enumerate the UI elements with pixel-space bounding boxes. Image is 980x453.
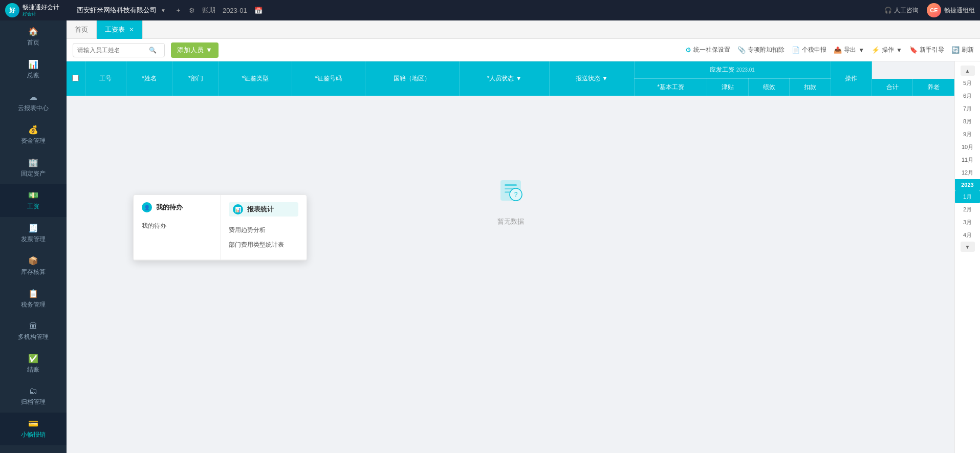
popup-col-reports: 📊 报表统计 费用趋势分析 部门费用类型统计表 xyxy=(221,195,307,260)
headset-icon: 🎧 xyxy=(884,7,892,14)
time-feb[interactable]: 2月 xyxy=(955,203,980,216)
time-oct[interactable]: 10月 xyxy=(955,141,980,154)
user-name: 畅捷通组组 xyxy=(944,6,975,15)
select-all-checkbox[interactable] xyxy=(72,75,79,81)
th-should-pay: 应发工资 2023.01 xyxy=(634,61,831,79)
sidebar-label-archive: 归档管理 xyxy=(21,398,46,406)
popup-report-link-2[interactable]: 部门费用类型统计表 xyxy=(229,238,299,252)
add-company-btn[interactable]: ＋ xyxy=(175,6,182,15)
popup-reports-title: 📊 报表统计 xyxy=(229,202,299,217)
refresh-btn[interactable]: 🔄 刷新 xyxy=(951,46,974,54)
sidebar-item-ledger[interactable]: 📊 总账 xyxy=(0,53,67,86)
tab-close-icon[interactable]: ✕ xyxy=(129,26,134,33)
time-nov[interactable]: 11月 xyxy=(955,154,980,166)
sidebar-item-expense[interactable]: 💳 小畅报销 xyxy=(0,413,67,445)
special-deduction-btn[interactable]: 📎 专项附加扣除 xyxy=(737,46,785,54)
tax-icon: 📋 xyxy=(28,289,38,298)
toolbar-actions: ⚙ 统一社保设置 📎 专项附加扣除 📄 个税申报 📤 导出 ▼ ⚡ xyxy=(685,46,974,54)
ledger-icon: 📊 xyxy=(28,59,38,69)
toolbar: 🔍 添加人员 ▼ ⚙ 统一社保设置 📎 专项附加扣除 📄 个税申报 xyxy=(67,39,980,61)
refresh-label: 刷新 xyxy=(962,46,974,54)
tab-bar: 首页 工资表 ✕ xyxy=(67,20,980,39)
time-sep[interactable]: 9月 xyxy=(955,128,980,141)
sidebar-item-tax[interactable]: 📋 税务管理 xyxy=(0,283,67,315)
sidebar-item-assets[interactable]: 🏢 固定资产 xyxy=(0,152,67,184)
export-btn[interactable]: 📤 导出 ▼ xyxy=(834,46,864,54)
logo-area: 好 畅捷通好会计 好会计 xyxy=(5,3,72,17)
popup-reports-title-text: 报表统计 xyxy=(247,205,274,214)
time-jun[interactable]: 6月 xyxy=(955,90,980,102)
expense-icon: 💳 xyxy=(28,419,38,428)
social-security-btn[interactable]: ⚙ 统一社保设置 xyxy=(685,46,730,54)
add-person-button[interactable]: 添加人员 ▼ xyxy=(171,42,219,58)
sidebar-item-multi-org[interactable]: 🏛 多机构管理 xyxy=(0,315,67,348)
tab-home[interactable]: 首页 xyxy=(67,20,97,39)
sidebar-item-inventory[interactable]: 📦 库存核算 xyxy=(0,250,67,283)
sidebar-item-home[interactable]: 🏠 首页 xyxy=(0,20,67,53)
popup-todo-link[interactable]: 我的待办 xyxy=(142,219,212,233)
tab-salary[interactable]: 工资表 ✕ xyxy=(97,20,143,39)
sidebar-label-home: 首页 xyxy=(27,38,39,47)
sidebar-item-archive[interactable]: 🗂 归档管理 xyxy=(0,380,67,413)
add-person-arrow-icon: ▼ xyxy=(206,46,212,54)
add-person-label: 添加人员 xyxy=(177,46,204,55)
tax-declaration-icon: 📄 xyxy=(792,46,800,54)
sidebar-item-settings[interactable]: ⚙ 基础设置 xyxy=(0,445,67,453)
time-apr[interactable]: 4月 xyxy=(955,229,980,242)
th-deduction: 扣款 xyxy=(790,79,831,96)
time-jan-active[interactable]: 1月 xyxy=(955,190,980,203)
th-employee-id: 工号 xyxy=(85,61,126,96)
search-box[interactable]: 🔍 xyxy=(73,43,165,57)
th-cert-type: *证鉴类型 xyxy=(219,61,292,96)
new-guide-btn[interactable]: 🔖 新手引导 xyxy=(909,46,944,54)
customer-service-btn[interactable]: 🎧 人工咨询 xyxy=(884,6,919,15)
operation-btn[interactable]: ⚡ 操作 ▼ xyxy=(872,46,902,54)
checkbox-header[interactable] xyxy=(67,61,85,96)
archive-icon: 🗂 xyxy=(29,386,37,396)
popup-todo-title: 👤 我的待办 xyxy=(142,202,212,212)
sidebar-item-cloud-report[interactable]: ☁ 云报表中心 xyxy=(0,86,67,119)
svg-rect-1 xyxy=(505,184,517,186)
tax-declaration-btn[interactable]: 📄 个税申报 xyxy=(792,46,826,54)
user-area[interactable]: CE 畅捷通组组 xyxy=(927,3,975,17)
time-jul[interactable]: 7月 xyxy=(955,102,980,115)
operation-icon: ⚡ xyxy=(872,46,880,54)
tab-salary-label: 工资表 xyxy=(105,25,125,34)
popup-card: 👤 我的待办 我的待办 📊 报表统计 费用趋势分析 部门费用类型统计表 xyxy=(133,195,307,261)
time-aug[interactable]: 8月 xyxy=(955,115,980,128)
settings-icon[interactable]: ⚙ xyxy=(189,7,195,14)
popup-report-link-1[interactable]: 费用趋势分析 xyxy=(229,223,299,238)
sidebar-label-salary: 工资 xyxy=(27,202,39,211)
time-panel-up-btn[interactable]: ▲ xyxy=(961,66,975,76)
special-deduction-label: 专项附加扣除 xyxy=(748,46,785,54)
sidebar-item-invoice[interactable]: 🧾 发票管理 xyxy=(0,217,67,250)
top-bar: 好 畅捷通好会计 好会计 西安虾米网络科技有限公司 ▼ ＋ ⚙ 账期 2023-… xyxy=(0,0,980,20)
logo-sub-text: 好会计 xyxy=(23,11,59,17)
calendar-icon[interactable]: 📅 xyxy=(254,7,263,14)
time-dec[interactable]: 12月 xyxy=(955,166,980,179)
period-label: 账期 xyxy=(202,6,215,15)
salary-table: 工号 *姓名 *部门 *证鉴类型 *证鉴号码 国籍（地区） *人员状态 ▼ 报送… xyxy=(67,61,954,96)
popup-row: 👤 我的待办 我的待办 📊 报表统计 费用趋势分析 部门费用类型统计表 xyxy=(134,195,307,260)
social-security-icon: ⚙ xyxy=(685,46,691,54)
popup-todo-icon: 👤 xyxy=(142,202,152,212)
sidebar-item-fund[interactable]: 💰 资金管理 xyxy=(0,119,67,152)
sidebar-item-close-account[interactable]: ✅ 结账 xyxy=(0,348,67,380)
search-input[interactable] xyxy=(77,47,149,54)
popup-col-todo: 👤 我的待办 我的待办 xyxy=(134,195,221,260)
time-may[interactable]: 5月 xyxy=(955,77,980,90)
time-panel-down-btn[interactable]: ▼ xyxy=(961,242,975,252)
content-area: 首页 工资表 ✕ 🔍 添加人员 ▼ ⚙ 统一社保设置 xyxy=(67,20,980,453)
export-label: 导出 xyxy=(844,46,856,54)
time-mar[interactable]: 3月 xyxy=(955,216,980,229)
top-right: 🎧 人工咨询 CE 畅捷通组组 xyxy=(884,3,975,17)
sidebar-item-salary[interactable]: 💵 工资 xyxy=(0,184,67,217)
new-guide-icon: 🔖 xyxy=(909,46,918,54)
main-layout: 🏠 首页 📊 总账 ☁ 云报表中心 💰 资金管理 🏢 固定资产 💵 工资 🧾 发… xyxy=(0,20,980,453)
popup-reports-icon: 📊 xyxy=(233,204,243,214)
th-total: 合计 xyxy=(872,79,913,96)
th-basic-salary: *基本工资 xyxy=(634,79,707,96)
sidebar-label-ledger: 总账 xyxy=(27,71,39,80)
company-selector[interactable]: 西安虾米网络科技有限公司 ▼ xyxy=(72,6,171,15)
sidebar: 🏠 首页 📊 总账 ☁ 云报表中心 💰 资金管理 🏢 固定资产 💵 工资 🧾 发… xyxy=(0,20,67,453)
